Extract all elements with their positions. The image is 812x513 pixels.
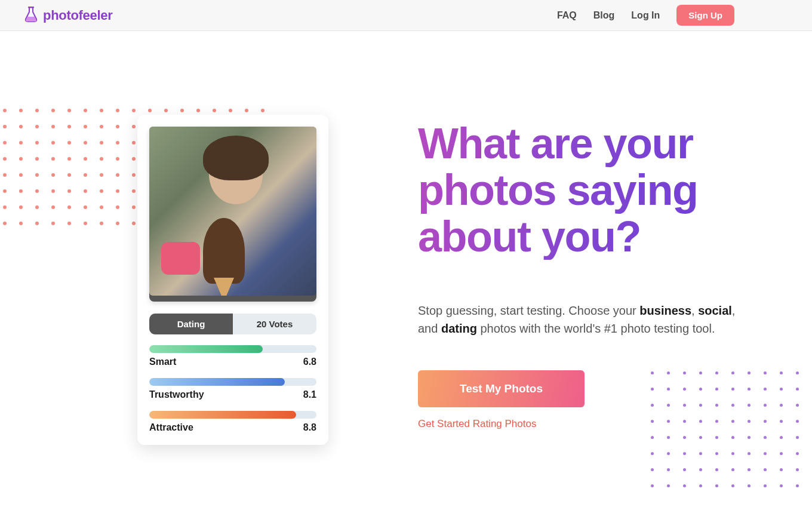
trait-bar-fill: [149, 411, 296, 419]
header: photofeeler FAQ Blog Log In Sign Up: [0, 0, 812, 31]
trait-score: 8.8: [303, 422, 316, 433]
trait-label: Attractive: [149, 422, 193, 433]
hero-title: What are your photos saying about you?: [418, 121, 764, 260]
trait-item: Attractive8.8: [149, 411, 316, 433]
trait-score: 6.8: [303, 357, 316, 367]
sub-suffix: photos with the world's #1 photo testing…: [477, 322, 715, 335]
nav-faq[interactable]: FAQ: [557, 10, 577, 21]
brand-logo[interactable]: photofeeler: [24, 6, 113, 25]
brand-name: photofeeler: [43, 8, 113, 23]
card-tags: Dating 20 Votes: [149, 314, 316, 334]
svg-rect-0: [28, 7, 34, 8]
trait-bar-track: [149, 411, 316, 419]
trait-list: Smart6.8Trustworthy8.1Attractive8.8: [149, 345, 316, 433]
result-card: Dating 20 Votes Smart6.8Trustworthy8.1At…: [137, 115, 328, 445]
trait-row: Trustworthy8.1: [149, 389, 316, 400]
trait-bar-fill: [149, 378, 285, 386]
nav-blog[interactable]: Blog: [593, 10, 615, 21]
trait-bar-track: [149, 345, 316, 353]
hero-subtext: Stop guessing, start testing. Choose you…: [418, 302, 740, 337]
tag-votes[interactable]: 20 Votes: [233, 314, 316, 334]
trait-item: Trustworthy8.1: [149, 378, 316, 400]
trait-score: 8.1: [303, 389, 316, 400]
trait-bar-track: [149, 378, 316, 386]
sub-social: social: [698, 304, 732, 317]
nav-login[interactable]: Log In: [631, 10, 660, 21]
sub-dating: dating: [441, 322, 477, 335]
hero-section: Dating 20 Votes Smart6.8Trustworthy8.1At…: [0, 31, 812, 513]
signup-button[interactable]: Sign Up: [676, 5, 734, 26]
rating-photos-link[interactable]: Get Started Rating Photos: [418, 418, 764, 430]
hero-left: Dating 20 Votes Smart6.8Trustworthy8.1At…: [0, 79, 406, 445]
sub-prefix: Stop guessing, start testing. Choose you…: [418, 304, 639, 317]
flask-icon: [24, 6, 38, 25]
trait-label: Trustworthy: [149, 389, 204, 400]
trait-label: Smart: [149, 357, 176, 367]
trait-row: Smart6.8: [149, 357, 316, 367]
sample-photo: [149, 127, 316, 296]
trait-bar-fill: [149, 345, 263, 353]
top-nav: FAQ Blog Log In Sign Up: [557, 5, 788, 26]
hero-right: What are your photos saying about you? S…: [406, 79, 812, 445]
test-photos-button[interactable]: Test My Photos: [418, 370, 585, 407]
photo-frame: [149, 127, 316, 302]
trait-item: Smart6.8: [149, 345, 316, 367]
sub-sep1: ,: [691, 304, 698, 317]
trait-row: Attractive8.8: [149, 422, 316, 433]
sub-business: business: [639, 304, 691, 317]
tag-category[interactable]: Dating: [149, 314, 233, 334]
